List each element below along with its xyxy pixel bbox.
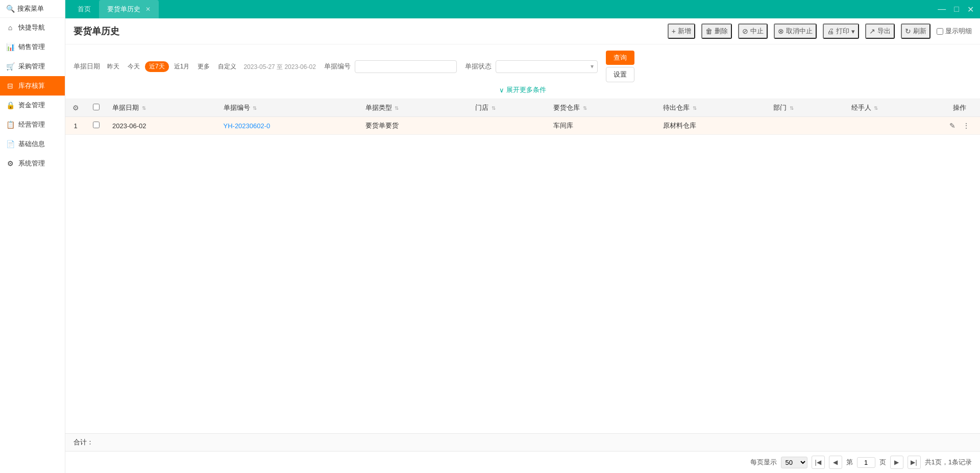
export-icon: ↗: [869, 27, 875, 35]
last-page-btn[interactable]: ▶|: [908, 456, 921, 469]
table-settings-icon[interactable]: ⚙: [72, 104, 79, 112]
bill-number-input[interactable]: [355, 60, 457, 73]
col-req-warehouse: 要货仓库 ⇅: [547, 99, 657, 117]
row-more-icon[interactable]: ⋮: [961, 121, 972, 131]
main-content: 首页 要货单历史 ✕ — □ ✕ 要货单历史 + 新增 🗑 删除: [65, 0, 980, 473]
page-number-input[interactable]: [857, 457, 875, 468]
sidebar-item-operations[interactable]: 📋 经营管理: [0, 115, 65, 134]
expand-more-label: 展开更多条件: [506, 85, 546, 94]
sidebar-item-basic[interactable]: 📄 基础信息: [0, 134, 65, 154]
minimize-btn[interactable]: —: [936, 4, 948, 15]
sidebar-item-finance[interactable]: 🔒 资金管理: [0, 96, 65, 115]
sort-pending-warehouse-icon[interactable]: ⇅: [693, 105, 697, 111]
display-detail-btn[interactable]: 显示明细: [937, 27, 972, 36]
purchase-icon: 🛒: [6, 62, 14, 70]
sidebar-item-label: 经营管理: [18, 120, 45, 129]
row-checkbox[interactable]: [93, 122, 100, 128]
row-actions: ✎ ⋮: [939, 117, 980, 135]
sidebar-item-home[interactable]: ⌂ 快捷导航: [0, 18, 65, 37]
data-table: ⚙ 单据日期 ⇅ 单据编号 ⇅: [65, 99, 980, 135]
sort-store-icon[interactable]: ⇅: [492, 105, 496, 111]
col-store: 门店 ⇅: [469, 99, 547, 117]
sort-type-icon[interactable]: ⇅: [395, 105, 399, 111]
date-custom-btn[interactable]: 自定义: [215, 61, 239, 72]
home-icon: ⌂: [6, 23, 14, 32]
tab-home[interactable]: 首页: [69, 0, 99, 18]
expand-more-btn[interactable]: ∨ 展开更多条件: [74, 85, 972, 94]
bill-number-filter-group: 单据编号: [324, 60, 457, 73]
sort-req-warehouse-icon[interactable]: ⇅: [583, 105, 587, 111]
finance-icon: 🔒: [6, 101, 14, 109]
print-icon: 🖨: [827, 27, 834, 35]
operations-icon: 📋: [6, 121, 14, 129]
delete-btn[interactable]: 🗑 删除: [701, 23, 732, 39]
prev-page-btn[interactable]: ◀: [829, 456, 842, 469]
sidebar-item-system[interactable]: ⚙ 系统管理: [0, 154, 65, 173]
delete-icon: 🗑: [705, 27, 713, 35]
row-number-link[interactable]: YH-20230602-0: [224, 122, 271, 130]
row-edit-icon[interactable]: ✎: [947, 121, 958, 131]
bill-status-select-wrapper: [496, 60, 598, 73]
row-type: 要货单要货: [359, 117, 469, 135]
tab-close-icon[interactable]: ✕: [145, 6, 151, 13]
col-settings[interactable]: ⚙: [65, 99, 86, 117]
sidebar-item-purchase[interactable]: 🛒 采购管理: [0, 57, 65, 76]
date-yesterday-btn[interactable]: 昨天: [104, 61, 122, 72]
tab-requisition-history[interactable]: 要货单历史 ✕: [99, 0, 159, 18]
sidebar-item-label: 销售管理: [18, 42, 45, 52]
basic-icon: 📄: [6, 140, 14, 148]
print-btn[interactable]: 🖨 打印 ▾: [823, 23, 859, 39]
date-more-btn[interactable]: 更多: [194, 61, 213, 72]
print-dropdown-icon: ▾: [851, 28, 855, 35]
stop-btn[interactable]: ⊘ 中止: [738, 23, 768, 39]
row-req-warehouse: 车间库: [547, 117, 657, 135]
row-department: [767, 117, 845, 135]
display-detail-checkbox[interactable]: [937, 28, 943, 35]
sort-handler-icon[interactable]: ⇅: [874, 105, 878, 111]
refresh-btn[interactable]: ↻ 刷新: [901, 23, 930, 39]
sort-number-icon[interactable]: ⇅: [253, 105, 257, 111]
date-last7days-btn[interactable]: 近7天: [145, 61, 169, 72]
next-page-btn[interactable]: ▶: [890, 456, 903, 469]
bill-number-label: 单据编号: [324, 62, 351, 71]
settings-filter-btn[interactable]: 设置: [606, 67, 634, 82]
page-goto-label: 第: [846, 458, 853, 467]
date-filter-group: 单据日期 昨天 今天 近7天 近1月 更多 自定义 2023-05-27 至 2…: [74, 61, 316, 72]
maximize-btn[interactable]: □: [952, 4, 961, 15]
filter-row: 单据日期 昨天 今天 近7天 近1月 更多 自定义 2023-05-27 至 2…: [74, 51, 972, 82]
sidebar-item-label: 库存核算: [18, 81, 45, 90]
first-page-btn[interactable]: |◀: [812, 456, 825, 469]
sort-department-icon[interactable]: ⇅: [790, 105, 794, 111]
col-actions: 操作: [939, 99, 980, 117]
sidebar-search[interactable]: 🔍 搜索菜单: [0, 0, 65, 18]
col-type: 单据类型 ⇅: [359, 99, 469, 117]
table-header: ⚙ 单据日期 ⇅ 单据编号 ⇅: [65, 99, 980, 117]
pagination-bar: 每页显示 50 20 100 |◀ ◀ 第 页 ▶ ▶| 共1页，1条记录: [65, 451, 980, 473]
row-store: [469, 117, 547, 135]
page-size-select[interactable]: 50 20 100: [781, 457, 807, 468]
close-btn[interactable]: ✕: [965, 4, 976, 15]
col-department: 部门 ⇅: [767, 99, 845, 117]
date-today-btn[interactable]: 今天: [125, 61, 143, 72]
bill-status-filter-group: 单据状态: [465, 60, 598, 73]
display-detail-label: 显示明细: [945, 27, 972, 36]
page-header: 要货单历史 + 新增 🗑 删除 ⊘ 中止 ⊗ 取消中止: [65, 18, 980, 44]
sidebar-item-inventory[interactable]: ⊟ 库存核算: [0, 76, 65, 96]
tab-bar: 首页 要货单历史 ✕ — □ ✕: [65, 0, 980, 18]
new-btn[interactable]: + 新增: [668, 23, 695, 39]
stop-icon: ⊘: [742, 27, 748, 35]
sidebar-item-sales[interactable]: 📊 销售管理: [0, 37, 65, 57]
export-btn[interactable]: ↗ 导出: [865, 23, 895, 39]
query-btn[interactable]: 查询: [606, 51, 634, 65]
sidebar-item-label: 系统管理: [18, 159, 45, 168]
row-index: 1: [65, 117, 86, 135]
page-label: 页: [879, 458, 886, 467]
sort-date-icon[interactable]: ⇅: [142, 105, 146, 111]
bill-status-select[interactable]: [496, 60, 598, 73]
sidebar-search-label: 搜索菜单: [17, 4, 44, 13]
select-all-checkbox[interactable]: [93, 104, 100, 110]
cancel-stop-btn[interactable]: ⊗ 取消中止: [774, 23, 817, 39]
date-last1month-btn[interactable]: 近1月: [171, 61, 193, 72]
new-icon: +: [672, 27, 676, 35]
window-controls: — □ ✕: [936, 4, 976, 15]
